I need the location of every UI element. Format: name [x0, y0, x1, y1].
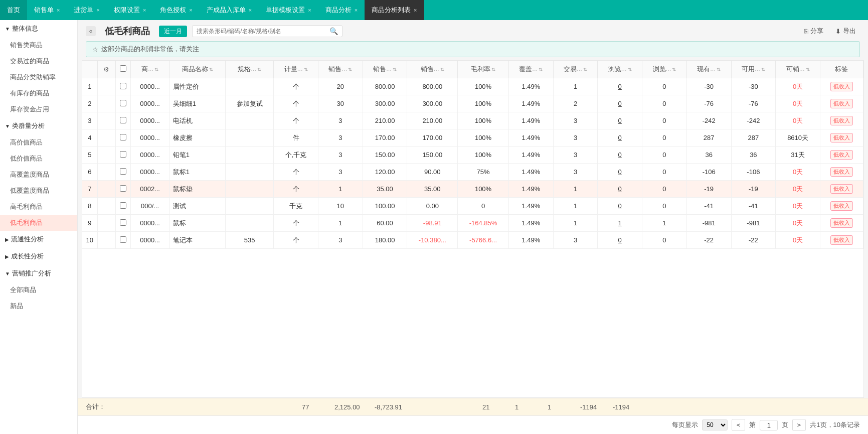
col-available[interactable]: 可用...⇅ [731, 61, 776, 78]
row-browse1-9[interactable]: 0 [598, 232, 642, 249]
row-checkbox-7[interactable] [115, 198, 130, 215]
row-browse1-1[interactable]: 0 [598, 95, 642, 112]
export-button[interactable]: ⬇ 导出 [831, 25, 860, 37]
row-browse1-6[interactable]: 0 [598, 181, 642, 198]
sidebar-item-all-goods[interactable]: 全部商品 [0, 282, 77, 298]
nav-purchase[interactable]: 进货单 × [67, 0, 106, 20]
row-browse1-5[interactable]: 0 [598, 164, 642, 181]
search-icon[interactable]: 🔍 [329, 27, 338, 35]
col-settings[interactable]: ⚙ [97, 61, 115, 78]
share-button[interactable]: ⎘ 分享 [800, 25, 827, 37]
row-tag-5: 低收入 [820, 164, 863, 181]
sidebar-item-high-margin[interactable]: 高毛利商品 [0, 199, 77, 215]
search-input[interactable] [197, 28, 329, 35]
close-roles-icon[interactable]: × [189, 7, 192, 13]
row-settings-0 [97, 78, 115, 95]
row-gross-rate-4: 100% [458, 147, 509, 164]
next-page-button[interactable]: ＞ [792, 419, 806, 431]
row-browse1-4[interactable]: 0 [598, 147, 642, 164]
row-gross-rate-8: -164.85% [458, 215, 509, 232]
col-sales-profit[interactable]: 销售...⇅ [407, 61, 458, 78]
row-available-2: -242 [731, 112, 776, 129]
col-sales-price[interactable]: 销售...⇅ [363, 61, 407, 78]
col-gross-rate[interactable]: 毛利率⇅ [458, 61, 509, 78]
row-checkbox-9[interactable] [115, 232, 130, 249]
sidebar-item-inventory-goods[interactable]: 有库存的商品 [0, 85, 77, 101]
page-number-input[interactable] [760, 420, 778, 430]
col-current[interactable]: 现有...⇅ [686, 61, 731, 78]
close-goods-list-icon[interactable]: × [414, 7, 417, 13]
nav-roles[interactable]: 角色授权 × [153, 0, 199, 20]
select-all-checkbox[interactable] [120, 65, 126, 72]
col-saleable[interactable]: 可销...⇅ [776, 61, 820, 78]
close-products-icon[interactable]: × [249, 7, 252, 13]
row-browse2-8: 1 [642, 215, 687, 232]
sidebar-group-circulation[interactable]: ▶ 流通性分析 [0, 231, 77, 248]
sidebar-group-growth[interactable]: ▶ 成长性分析 [0, 248, 77, 265]
prev-page-button[interactable]: ＜ [732, 419, 745, 431]
col-tag[interactable]: 标签 [820, 61, 863, 78]
collapse-sidebar-button[interactable]: « [86, 26, 96, 36]
row-browse1-0[interactable]: 0 [598, 78, 642, 95]
row-available-4: 36 [731, 147, 776, 164]
col-spec[interactable]: 规格...⇅ [225, 61, 273, 78]
sidebar-item-sales-goods[interactable]: 销售类商品 [0, 37, 77, 53]
sidebar-item-high-coverage[interactable]: 高覆盖度商品 [0, 167, 77, 183]
col-name[interactable]: 商品名称⇅ [169, 61, 225, 78]
time-filter-button[interactable]: 近一月 [159, 26, 187, 37]
row-no-1: 2 [82, 95, 97, 112]
sidebar-item-category-rate[interactable]: 商品分类助销率 [0, 69, 77, 85]
nav-sales[interactable]: 销售单 × [27, 0, 67, 20]
sidebar-item-high-value[interactable]: 高价值商品 [0, 134, 77, 151]
row-browse1-8[interactable]: 1 [598, 215, 642, 232]
row-checkbox-5[interactable] [115, 164, 130, 181]
col-transaction[interactable]: 交易...⇅ [553, 61, 598, 78]
sidebar-item-low-margin[interactable]: 低毛利商品 [0, 215, 77, 231]
col-unit[interactable]: 计量...⇅ [274, 61, 318, 78]
close-permissions-icon[interactable]: × [143, 7, 146, 13]
sidebar-item-low-coverage[interactable]: 低覆盖度商品 [0, 183, 77, 199]
sidebar-item-traded-goods[interactable]: 交易过的商品 [0, 53, 77, 69]
row-browse1-7[interactable]: 0 [598, 198, 642, 215]
table-row: 3 0000... 电话机 个 3 210.00 210.00 100% 1.4… [82, 112, 863, 129]
sidebar-item-low-value[interactable]: 低价值商品 [0, 151, 77, 167]
row-checkbox-3[interactable] [115, 129, 130, 147]
row-checkbox-4[interactable] [115, 147, 130, 164]
nav-goods-analysis[interactable]: 商品分析 × [318, 0, 365, 20]
row-gross-rate-0: 100% [458, 78, 509, 95]
row-checkbox-2[interactable] [115, 112, 130, 129]
row-checkbox-6[interactable] [115, 181, 130, 198]
table-container[interactable]: ⚙ 商...⇅ 商品名称⇅ 规格...⇅ 计量...⇅ 销售...⇅ 销售...… [82, 60, 864, 398]
close-sales-icon[interactable]: × [57, 7, 60, 13]
nav-template[interactable]: 单据模板设置 × [259, 0, 318, 20]
nav-home[interactable]: 首页 [0, 0, 27, 20]
row-browse1-2[interactable]: 0 [598, 112, 642, 129]
row-browse1-3[interactable]: 0 [598, 129, 642, 147]
col-sales-count[interactable]: 销售...⇅ [318, 61, 363, 78]
row-unit-4: 个,千克 [274, 147, 318, 164]
sidebar-item-inventory-capital[interactable]: 库存资金占用 [0, 101, 77, 117]
row-checkbox-1[interactable] [115, 95, 130, 112]
row-checkbox-0[interactable] [115, 78, 130, 95]
col-browse1[interactable]: 浏览...⇅ [598, 61, 642, 78]
col-checkbox[interactable] [115, 61, 130, 78]
close-goods-analysis-icon[interactable]: × [355, 7, 358, 13]
close-purchase-icon[interactable]: × [96, 7, 99, 13]
nav-goods-analysis-list[interactable]: 商品分析列表 × [365, 0, 424, 20]
nav-permissions[interactable]: 权限设置 × [107, 0, 153, 20]
sidebar-group-marketing[interactable]: ▼ 营销推广分析 [0, 265, 77, 282]
table-row: 9 0000... 鼠标 个 1 60.00 -98.91 -164.85% 1… [82, 215, 863, 232]
table-row: 2 0000... 吴细细1 参加复试 个 30 300.00 300.00 1… [82, 95, 863, 112]
col-code[interactable]: 商...⇅ [130, 61, 169, 78]
per-page-select[interactable]: 50 20 100 [702, 419, 728, 430]
close-template-icon[interactable]: × [308, 7, 311, 13]
nav-products[interactable]: 产成品入库单 × [200, 0, 259, 20]
sidebar-item-new-goods[interactable]: 新品 [0, 298, 77, 314]
row-sales-profit-5: 90.00 [407, 164, 458, 181]
row-no-4: 5 [82, 147, 97, 164]
sidebar-group-overall[interactable]: ▼ 整体信息 [0, 20, 77, 37]
row-checkbox-8[interactable] [115, 215, 130, 232]
sidebar-group-cluster[interactable]: ▼ 类群量分析 [0, 117, 77, 134]
col-coverage[interactable]: 覆盖...⇅ [508, 61, 553, 78]
col-browse2[interactable]: 浏览...⇅ [642, 61, 687, 78]
